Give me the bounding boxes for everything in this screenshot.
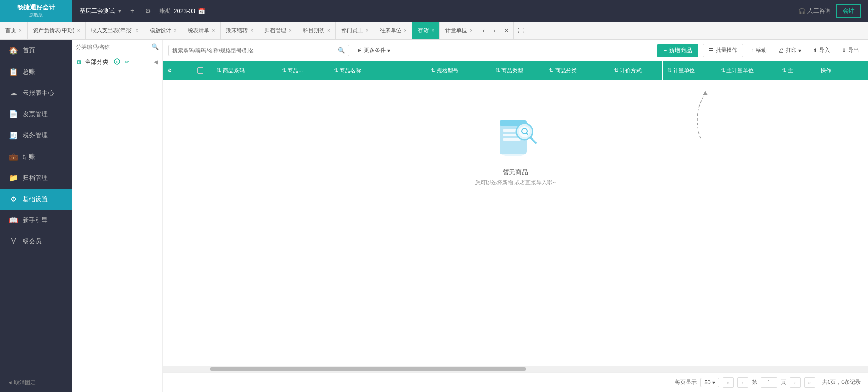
import-button[interactable]: ⬆ 导入	[809, 44, 834, 57]
tab-template[interactable]: 模版设计 ×	[144, 22, 183, 40]
sidebar-tax-label: 税务管理	[23, 132, 48, 140]
tab-balance-close[interactable]: ×	[77, 28, 80, 33]
prev-page-button[interactable]: ‹	[737, 377, 748, 388]
th-spec[interactable]: ⇅ 规格型号	[426, 61, 491, 80]
category-search-input[interactable]	[76, 44, 149, 50]
tab-partner[interactable]: 往来单位 ×	[374, 22, 413, 40]
add-tab-button[interactable]: +	[127, 6, 137, 16]
filter-icon: ⚟	[357, 47, 362, 54]
last-page-button[interactable]: »	[804, 377, 815, 388]
tab-archive-close[interactable]: ×	[289, 28, 292, 33]
category-all-label[interactable]: 全部分类	[85, 58, 108, 66]
tab-balance-label: 资产负债表(中期)	[33, 27, 75, 34]
logo-title: 畅捷通好会计	[17, 4, 55, 12]
product-search-input[interactable]	[172, 47, 335, 54]
company-selector[interactable]: 基层工会测试 ▼	[80, 7, 122, 15]
export-button[interactable]: ⬇ 导出	[838, 44, 863, 57]
th-code[interactable]: ⇅ 商品...	[277, 61, 329, 80]
tab-next-button[interactable]: ›	[489, 22, 500, 40]
th-name[interactable]: ⇅ 商品名称	[329, 61, 426, 80]
account-button[interactable]: 会计	[836, 4, 861, 18]
horizontal-scrollbar[interactable]	[163, 366, 868, 372]
tab-period-close[interactable]: ×	[250, 28, 253, 33]
th-main-unit-label: ⇅ 主计量单位	[721, 67, 754, 74]
tab-close-all-button[interactable]: ✕	[500, 22, 514, 40]
tab-subject[interactable]: 科目期初 ×	[297, 22, 336, 40]
page-number-input[interactable]	[761, 377, 777, 388]
tab-dept-close[interactable]: ×	[366, 28, 368, 33]
tab-inventory[interactable]: 存货 ×	[412, 22, 440, 40]
tab-prev-button[interactable]: ‹	[478, 22, 489, 40]
header-checkbox[interactable]	[197, 67, 203, 74]
sidebar-item-tax[interactable]: 🧾 税务管理	[0, 125, 72, 146]
sidebar-item-reports[interactable]: ☁ 云报表中心	[0, 82, 72, 104]
sidebar-item-home[interactable]: 🏠 首页	[0, 40, 72, 61]
per-page-select[interactable]: 50 ▾	[700, 378, 719, 387]
left-panel-header: ⊞ 全部分类 0 ✏ ◀	[72, 54, 162, 70]
th-type[interactable]: ⇅ 商品类型	[491, 61, 544, 80]
sidebar-ledger-label: 总账	[23, 68, 35, 76]
sidebar-item-ledger[interactable]: 📋 总账	[0, 61, 72, 82]
next-page-button[interactable]: ›	[790, 377, 801, 388]
sidebar-invoice-label: 发票管理	[23, 110, 48, 118]
edit-category-icon[interactable]: ✏	[125, 59, 129, 65]
tab-tax-close[interactable]: ×	[212, 28, 215, 33]
tab-balance[interactable]: 资产负债表(中期) ×	[28, 22, 86, 40]
header-right: 🎧 人工咨询 会计	[798, 4, 868, 18]
tab-partner-close[interactable]: ×	[404, 28, 407, 33]
move-button[interactable]: ↕ 移动	[748, 44, 770, 57]
sidebar-reports-label: 云报表中心	[23, 89, 54, 97]
per-page-label: 每页显示	[675, 378, 697, 386]
tab-home-close[interactable]: ×	[19, 28, 22, 33]
new-product-button[interactable]: + 新增商品	[657, 44, 698, 57]
category-search-icon[interactable]: 🔍	[151, 43, 159, 50]
sidebar-item-member[interactable]: V 畅会员	[0, 231, 72, 252]
sidebar-item-archive[interactable]: 📁 归档管理	[0, 167, 72, 189]
ai-consult-button[interactable]: 🎧 人工咨询	[798, 7, 831, 15]
sidebar-item-close[interactable]: 💼 结账	[0, 146, 72, 167]
scroll-thumb[interactable]	[210, 367, 526, 371]
product-search-icon[interactable]: 🔍	[338, 47, 345, 54]
pagination-bar: 每页显示 50 ▾ « ‹ 第 页 ›	[163, 372, 868, 392]
tab-inventory-close[interactable]: ×	[431, 28, 434, 33]
invoice-icon: 📄	[9, 110, 18, 118]
print-button[interactable]: 🖨 打印 ▾	[775, 44, 805, 57]
tab-unit[interactable]: 计量单位 ×	[440, 22, 478, 40]
tab-bar: 首页 × 资产负债表(中期) × 收入支出表(年报) × 模版设计 × 税表清单…	[0, 22, 868, 40]
th-col3[interactable]: ⇅ 主	[777, 61, 816, 80]
sidebar-item-guide[interactable]: 📖 新手引导	[0, 210, 72, 231]
tab-income[interactable]: 收入支出表(年报) ×	[86, 22, 144, 40]
th-check[interactable]	[189, 61, 212, 80]
sidebar-collapse-button[interactable]: ◄ 取消固定	[0, 373, 72, 392]
settings-icon[interactable]: ⚙	[142, 6, 154, 15]
tab-unit-close[interactable]: ×	[470, 28, 472, 33]
more-filter-button[interactable]: ⚟ 更多条件 ▾	[354, 45, 394, 56]
calendar-icon[interactable]: 📅	[198, 8, 205, 14]
th-price[interactable]: ⇅ 计价方式	[609, 61, 662, 80]
total-label: 共0页，0条记录	[822, 378, 861, 386]
first-page-button[interactable]: «	[723, 377, 734, 388]
sidebar-collapse-label: ◄ 取消固定	[7, 379, 36, 387]
tab-period[interactable]: 期末结转 ×	[221, 22, 259, 40]
th-category[interactable]: ⇅ 商品分类	[544, 61, 609, 80]
tab-income-close[interactable]: ×	[136, 28, 138, 33]
th-main-unit[interactable]: ⇅ 主计量单位	[716, 61, 777, 80]
tab-dept[interactable]: 部门员工 ×	[336, 22, 374, 40]
th-barcode[interactable]: ⇅ 商品条码	[212, 61, 277, 80]
tab-template-close[interactable]: ×	[174, 28, 177, 33]
tab-expand-button[interactable]: ⛶	[514, 22, 527, 40]
import-label: 导入	[819, 47, 830, 54]
tab-archive[interactable]: 归档管理 ×	[259, 22, 297, 40]
prev-page-icon: ‹	[742, 380, 744, 385]
th-gear[interactable]: ⚙	[163, 61, 189, 80]
th-unit[interactable]: ⇅ 计量单位	[662, 61, 716, 80]
batch-button[interactable]: ☰ 批量操作	[703, 44, 743, 57]
tab-subject-close[interactable]: ×	[327, 28, 330, 33]
th-ops: 操作	[816, 61, 868, 80]
tab-home[interactable]: 首页 ×	[0, 22, 28, 40]
sidebar-item-settings[interactable]: ⚙ 基础设置	[0, 189, 72, 210]
tab-tax[interactable]: 税表清单 ×	[182, 22, 221, 40]
tab-period-label: 期末结转	[226, 27, 248, 34]
collapse-panel-icon[interactable]: ◀	[154, 59, 158, 65]
sidebar-item-invoice[interactable]: 📄 发票管理	[0, 104, 72, 125]
